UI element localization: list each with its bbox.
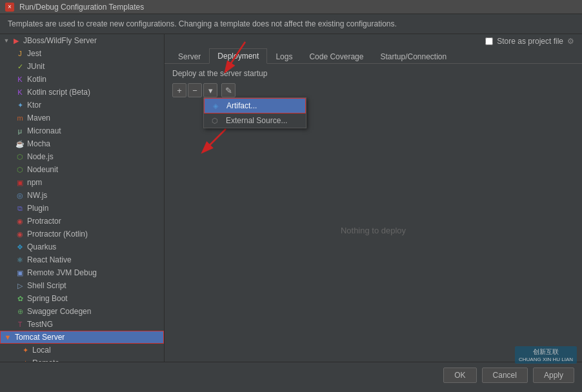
- store-project-label: Store as project file: [497, 37, 563, 46]
- sidebar-label-testng: TestNG: [27, 320, 53, 329]
- ok-button[interactable]: OK: [443, 368, 476, 383]
- remove-button[interactable]: −: [188, 83, 202, 97]
- nodeunit-icon: ⬡: [15, 165, 25, 174]
- sidebar-item-kotlin-script[interactable]: KKotlin script (Beta): [0, 86, 164, 99]
- sidebar-label-protractor-kotlin: Protractor (Kotlin): [27, 230, 88, 239]
- sidebar-item-micronaut[interactable]: μMicronaut: [0, 124, 164, 137]
- deploy-label: Deploy at the server startup: [165, 64, 582, 82]
- dropdown-label-external: External Source...: [226, 116, 287, 125]
- toolbar-row: + − ▾ ◈Artifact...⬡External Source... ✎: [165, 82, 582, 99]
- store-project-checkbox[interactable]: [485, 37, 493, 45]
- sidebar-label-local: Local: [32, 346, 51, 355]
- tomcat-icon: ▼: [3, 333, 12, 342]
- dropdown-container: ▾ ◈Artifact...⬡External Source...: [203, 83, 217, 97]
- kotlin-icon: K: [15, 75, 25, 84]
- swagger-icon: ⊕: [15, 307, 25, 316]
- sidebar-label-mocha: Mocha: [27, 139, 50, 148]
- sidebar-item-jboss[interactable]: ▼▶JBoss/WildFly Server: [0, 34, 164, 47]
- mocha-icon: ☕: [15, 139, 25, 148]
- sidebar-label-nwjs: NW.js: [27, 191, 47, 200]
- sidebar-item-shell-script[interactable]: ▷Shell Script: [0, 279, 164, 292]
- sidebar-item-jest[interactable]: JJest: [0, 47, 164, 60]
- sidebar-item-swagger[interactable]: ⊕Swagger Codegen: [0, 305, 164, 318]
- sidebar-item-mocha[interactable]: ☕Mocha: [0, 137, 164, 150]
- sidebar-label-plugin: Plugin: [27, 204, 48, 213]
- sidebar-label-kotlin-script: Kotlin script (Beta): [27, 88, 90, 97]
- sidebar-label-protractor: Protractor: [27, 217, 61, 226]
- plugin-icon: ⧉: [15, 204, 25, 213]
- dropdown-item-external[interactable]: ⬡External Source...: [204, 113, 306, 128]
- sidebar-item-ktor[interactable]: ✦Ktor: [0, 99, 164, 112]
- sidebar-label-npm: npm: [27, 178, 42, 187]
- sidebar-label-kotlin: Kotlin: [27, 75, 46, 84]
- watermark-line1: 创新互联: [519, 348, 573, 357]
- edit-button[interactable]: ✎: [221, 83, 236, 97]
- dropdown-item-artifact[interactable]: ◈Artifact...: [204, 98, 306, 113]
- sidebar-item-react-native[interactable]: ⚛React Native: [0, 253, 164, 266]
- sidebar-item-nwjs[interactable]: ◎NW.js: [0, 189, 164, 202]
- sidebar-label-nodejs: Node.js: [27, 152, 54, 161]
- sidebar-item-protractor[interactable]: ◉Protractor: [0, 215, 164, 228]
- dropdown-menu: ◈Artifact...⬡External Source...: [203, 97, 306, 128]
- content-panel: Store as project file ⚙ ServerDeployment…: [165, 34, 582, 362]
- junit-icon: ✓: [15, 62, 25, 71]
- tab-deployment[interactable]: Deployment: [209, 48, 267, 64]
- sidebar-item-maven[interactable]: mMaven: [0, 112, 164, 124]
- tab-startup[interactable]: Startup/Connection: [372, 49, 455, 64]
- protractor-kotlin-icon: ◉: [15, 230, 25, 239]
- sidebar-label-junit: JUnit: [27, 62, 45, 71]
- jboss-icon: ▶: [12, 36, 21, 45]
- nothing-to-deploy: Nothing to deploy: [341, 226, 406, 235]
- main-layout: ▼▶JBoss/WildFly ServerJJest✓JUnitKKotlin…: [0, 34, 582, 362]
- tab-code-coverage[interactable]: Code Coverage: [301, 49, 372, 64]
- sidebar-label-micronaut: Micronaut: [27, 126, 61, 135]
- ktor-icon: ✦: [15, 101, 25, 110]
- close-button[interactable]: ×: [5, 3, 14, 12]
- sidebar-item-nodejs[interactable]: ⬡Node.js: [0, 150, 164, 163]
- sidebar-item-nodeunit[interactable]: ⬡Nodeunit: [0, 163, 164, 176]
- react-native-icon: ⚛: [15, 255, 25, 264]
- npm-icon: ▣: [15, 178, 25, 187]
- dropdown-button[interactable]: ▾: [203, 83, 217, 97]
- external-dropdown-icon: ⬡: [210, 116, 219, 125]
- title-bar: × Run/Debug Configuration Templates: [0, 0, 582, 14]
- sidebar-item-junit[interactable]: ✓JUnit: [0, 60, 164, 73]
- local-icon: ✦: [21, 346, 30, 355]
- sidebar-item-local[interactable]: ✦Local: [0, 344, 164, 357]
- micronaut-icon: μ: [15, 126, 25, 135]
- expand-arrow: ▼: [3, 37, 10, 44]
- sidebar-label-shell-script: Shell Script: [27, 281, 66, 290]
- tab-server[interactable]: Server: [170, 49, 209, 64]
- tabs-row: ServerDeploymentLogsCode CoverageStartup…: [165, 48, 582, 64]
- cancel-button[interactable]: Cancel: [482, 368, 528, 383]
- sidebar-item-tomcat[interactable]: ▼Tomcat Server: [0, 331, 164, 344]
- apply-button[interactable]: Apply: [533, 368, 574, 383]
- watermark-line2: CHUANG XIN HU LIAN: [519, 357, 573, 362]
- sidebar-label-nodeunit: Nodeunit: [27, 165, 58, 174]
- sidebar-label-swagger: Swagger Codegen: [27, 307, 91, 316]
- sidebar: ▼▶JBoss/WildFly ServerJJest✓JUnitKKotlin…: [0, 34, 165, 362]
- add-button[interactable]: +: [172, 83, 186, 97]
- tab-logs[interactable]: Logs: [267, 49, 301, 64]
- sidebar-label-maven: Maven: [27, 113, 50, 122]
- sidebar-label-spring-boot: Spring Boot: [27, 294, 68, 303]
- sidebar-label-tomcat: Tomcat Server: [15, 333, 65, 342]
- quarkus-icon: ❖: [15, 242, 25, 251]
- sidebar-item-remote[interactable]: ✦Remote: [0, 357, 164, 362]
- kotlin-script-icon: K: [15, 88, 25, 97]
- shell-script-icon: ▷: [15, 281, 25, 290]
- sidebar-item-testng[interactable]: TTestNG: [0, 318, 164, 331]
- nwjs-icon: ◎: [15, 191, 25, 200]
- dropdown-label-artifact: Artifact...: [226, 101, 257, 110]
- sidebar-item-npm[interactable]: ▣npm: [0, 176, 164, 189]
- sidebar-item-protractor-kotlin[interactable]: ◉Protractor (Kotlin): [0, 228, 164, 240]
- sidebar-item-quarkus[interactable]: ❖Quarkus: [0, 240, 164, 253]
- window-title: Run/Debug Configuration Templates: [19, 3, 144, 12]
- watermark: 创新互联 CHUANG XIN HU LIAN: [515, 346, 577, 364]
- remote-jvm-icon: ▣: [15, 268, 25, 277]
- sidebar-item-spring-boot[interactable]: ✿Spring Boot: [0, 292, 164, 305]
- sidebar-item-plugin[interactable]: ⧉Plugin: [0, 202, 164, 215]
- gear-icon[interactable]: ⚙: [567, 37, 574, 46]
- sidebar-item-remote-jvm[interactable]: ▣Remote JVM Debug: [0, 266, 164, 279]
- sidebar-item-kotlin[interactable]: KKotlin: [0, 73, 164, 86]
